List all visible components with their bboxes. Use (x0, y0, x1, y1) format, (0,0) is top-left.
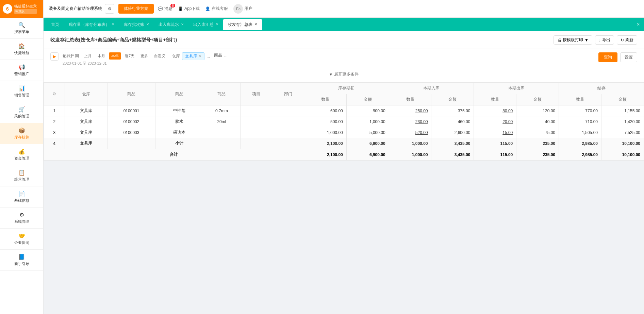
col-warehouse: 仓库 (65, 83, 108, 105)
online-service-action[interactable]: 👤 在线客服 (205, 6, 228, 12)
row-warehouse: 文具库 (65, 138, 108, 149)
tab-inventory-dist[interactable]: 现存量（库存分布表）✕ (64, 19, 119, 30)
sidebar-label-basic-info: 基础信息 (14, 198, 29, 203)
col-end-qty: 数量 (559, 94, 601, 105)
table-settings-icon[interactable]: ⚙ (44, 83, 65, 105)
date-custom-btn[interactable]: 自定义 (152, 52, 168, 60)
settings-icon[interactable]: ⚙ (105, 4, 114, 14)
tab-inout-summary[interactable]: 出入库汇总✕ (188, 19, 223, 30)
sidebar-item-purchase[interactable]: 🛒采购管理 (0, 102, 43, 123)
sidebar-item-inventory[interactable]: 📦库存核算 (0, 123, 43, 144)
sidebar-item-operations[interactable]: 📋经营管理 (0, 165, 43, 186)
tab-home[interactable]: 首页 (46, 19, 64, 30)
sidebar-item-marketing[interactable]: 📢营销推广 (0, 60, 43, 81)
tab-close-inout-summary[interactable]: ✕ (216, 23, 218, 26)
col-ending: 结存 (559, 83, 644, 94)
tab-recv-send[interactable]: 收发存汇总表✕ (223, 19, 262, 30)
goods-more[interactable]: ... (224, 53, 228, 58)
tab-close-inout-flow[interactable]: ✕ (181, 23, 184, 26)
sidebar-item-system[interactable]: ⚙系统管理 (0, 208, 43, 229)
date-more-btn[interactable]: 更多 (138, 52, 150, 60)
expand-conditions-btn[interactable]: ▼ 展开更多条件 (50, 70, 637, 79)
refresh-icon: ↻ (621, 38, 624, 43)
row-index: 3 (44, 127, 65, 138)
row-code: 0100001 (108, 105, 155, 116)
warehouse-tag-close[interactable]: ✕ (199, 54, 201, 58)
tab-close-inventory-dist[interactable]: ✕ (112, 23, 114, 26)
footer-end-amt: 10,100.00 (601, 149, 644, 161)
sidebar: 6 畅捷通好生意 标准版 🔍搜索菜单🏠快捷导航📢营销推广📊销售管理🛒采购管理📦库… (0, 0, 44, 314)
trial-btn[interactable]: 体验行业方案 (118, 4, 154, 14)
row-in-amt: 3,435.00 (431, 138, 474, 149)
row-open-amt: 900.00 (346, 105, 389, 116)
refresh-btn[interactable]: ↻ 刷新 (617, 35, 637, 45)
warehouse-more[interactable]: ... (207, 54, 210, 59)
row-in-qty[interactable]: 230.00 (389, 116, 431, 127)
col-period-in: 本期入库 (389, 83, 474, 94)
col-open-amt: 金额 (346, 94, 389, 105)
row-project (240, 105, 272, 116)
row-warehouse: 文具库 (65, 105, 108, 116)
user-action[interactable]: Ea 用户 (233, 4, 252, 14)
messages-action[interactable]: 💬 消息 6 (158, 6, 172, 12)
tab-close-batch[interactable]: ✕ (146, 23, 149, 26)
footer-label: 合计 (44, 149, 304, 161)
purchase-icon: 🛒 (18, 106, 25, 113)
col-out-amt: 金额 (516, 94, 559, 105)
filter-actions: 查询 设置 (598, 52, 637, 62)
query-btn[interactable]: 查询 (598, 52, 617, 62)
main-area: 装备及固定资产辅助管理系统 ⚙ 体验行业方案 💬 消息 6 📱 App下载 👤 … (44, 0, 644, 314)
tab-batch[interactable]: 库存批次账✕ (119, 19, 154, 30)
row-name: 采访本 (155, 127, 203, 138)
filter-bar: ▶ 记账日期 上月 本月 本年 近7天 更多 自定义 (44, 49, 644, 82)
sidebar-label-marketing: 营销推广 (14, 71, 29, 77)
date-this-year-btn[interactable]: 本年 (109, 52, 121, 60)
row-index: 2 (44, 116, 65, 127)
date-last-month-btn[interactable]: 上月 (82, 52, 94, 60)
sidebar-item-search[interactable]: 🔍搜索菜单 (0, 18, 43, 39)
filter-expand-btn[interactable]: ▶ (50, 52, 59, 61)
tab-label-inventory-dist: 现存量（库存分布表） (69, 22, 110, 28)
footer-out-amt: 235.00 (516, 149, 559, 161)
sidebar-item-basic-info[interactable]: 📄基础信息 (0, 186, 43, 208)
tab-close-recv-send[interactable]: ✕ (254, 23, 257, 26)
page-title: 收发存汇总表(按仓库+商品编码+商品+规格型号+项目+部门) (50, 37, 177, 43)
row-out-qty[interactable]: 15.00 (474, 127, 516, 138)
row-out-amt: 40.00 (516, 116, 559, 127)
topbar-actions: 💬 消息 6 📱 App下载 👤 在线客服 Ea 用户 (158, 4, 252, 14)
date-this-month-btn[interactable]: 本月 (95, 52, 108, 60)
row-code: 0100002 (108, 116, 155, 127)
tabs-bar: 首页现存量（库存分布表）✕库存批次账✕出入库流水✕出入库汇总✕收发存汇总表✕✕ (44, 18, 644, 31)
topbar: 装备及固定资产辅助管理系统 ⚙ 体验行业方案 💬 消息 6 📱 App下载 👤 … (44, 0, 644, 18)
date-7days-btn[interactable]: 近7天 (122, 52, 137, 60)
row-name: 中性笔 (155, 105, 203, 116)
row-out-qty[interactable]: 80.00 (474, 105, 516, 116)
print-btn[interactable]: 🖨 按模板打印 ▼ (554, 35, 592, 45)
sidebar-item-quick-nav[interactable]: 🏠快捷导航 (0, 39, 43, 60)
sidebar-item-finance[interactable]: 💰资金管理 (0, 144, 43, 165)
sidebar-item-sales[interactable]: 📊销售管理 (0, 81, 43, 102)
row-in-qty[interactable]: 520.00 (389, 127, 431, 138)
search-icon: 🔍 (18, 22, 25, 28)
sidebar-item-enterprise[interactable]: 🤝企业协同 (0, 229, 43, 250)
row-open-amt: 6,900.00 (346, 138, 389, 149)
warehouse-tag[interactable]: 文具库 ✕ (182, 52, 204, 60)
row-in-amt: 375.00 (431, 105, 474, 116)
filter-settings-btn[interactable]: 设置 (620, 52, 637, 62)
row-out-qty[interactable]: 20.00 (474, 116, 516, 127)
export-btn[interactable]: ↓ 导出 (595, 35, 614, 45)
app-download-action[interactable]: 📱 App下载 (178, 6, 200, 12)
row-index: 4 (44, 138, 65, 149)
app-download-label: App下载 (184, 6, 200, 12)
enterprise-icon: 🤝 (18, 233, 25, 239)
row-end-qty: 770.00 (559, 105, 601, 116)
footer-in-amt: 3,435.00 (431, 149, 474, 161)
sidebar-item-guide[interactable]: 📘新手引导 (0, 250, 43, 271)
row-open-amt: 1,000.00 (346, 116, 389, 127)
tab-close-all[interactable]: ✕ (635, 21, 641, 28)
tab-inout-flow[interactable]: 出入库流水✕ (154, 19, 188, 30)
messages-badge: 6 (170, 4, 175, 7)
table-row: 2 文具库 0100002 胶水 20ml 500.00 1,000.00 23… (44, 116, 644, 127)
row-in-qty[interactable]: 250.00 (389, 105, 431, 116)
logo-icon: 6 (3, 4, 12, 14)
